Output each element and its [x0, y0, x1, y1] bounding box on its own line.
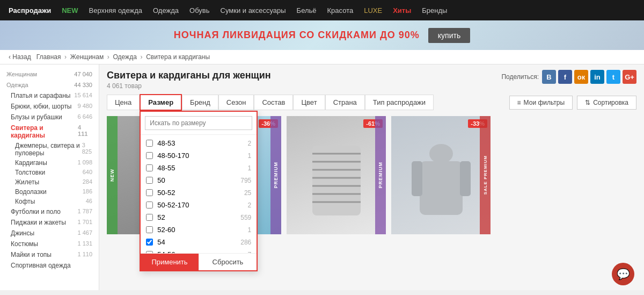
breadcrumb-current: Свитера и кардиганы: [146, 53, 210, 61]
size-item-3[interactable]: 50 795: [141, 174, 257, 186]
sidebar-item-turtlenecks[interactable]: Водолазки 186: [0, 187, 99, 197]
sidebar-item-tops[interactable]: Майки и топы 1 110: [0, 249, 99, 260]
sidebar-item-jumpers[interactable]: Джемперы, свитера и пуловеры 3 825: [0, 141, 99, 158]
sidebar-section-clothes[interactable]: Одежда 44 330: [0, 80, 99, 90]
my-filters-button[interactable]: ≡ Мои фильтры: [509, 96, 573, 110]
size-item-6[interactable]: 52 559: [141, 211, 257, 224]
banner-buy-button[interactable]: купить: [428, 28, 470, 43]
size-checkbox-1[interactable]: [146, 152, 153, 159]
nav-item-beauty[interactable]: Красота: [327, 6, 354, 15]
nav-item-new[interactable]: NEW: [62, 6, 78, 15]
size-item-2[interactable]: 48-55 1: [141, 162, 257, 174]
social-linkedin[interactable]: in: [590, 70, 604, 84]
nav-item-hits[interactable]: Хиты: [393, 6, 411, 15]
filter-tab-price[interactable]: Цена: [107, 95, 140, 110]
size-checkbox-5[interactable]: [146, 202, 153, 208]
filter-tab-country[interactable]: Страна: [325, 95, 365, 110]
sort-button[interactable]: ⇅ Сортировка: [577, 96, 636, 110]
social-icons: В f ок in t G+: [542, 70, 636, 84]
main-layout: Женщинам 47 040 Одежда 44 330 Платья и с…: [0, 64, 644, 290]
dropdown-actions: Применить Сбросить: [141, 253, 257, 270]
filter-right-actions: ≡ Мои фильтры ⇅ Сортировка: [509, 96, 636, 110]
nav-item-clothes[interactable]: Одежда: [153, 6, 179, 15]
sidebar-item-pants[interactable]: Брюки, юбки, шорты 9 480: [0, 101, 99, 112]
breadcrumb-back[interactable]: ‹ Назад: [9, 53, 31, 61]
filter-tab-season[interactable]: Сезон: [218, 95, 254, 110]
size-item-9[interactable]: 54-56 7: [141, 248, 257, 253]
nav-item-bags[interactable]: Сумки и аксессуары: [221, 6, 286, 15]
breadcrumb: ‹ Назад Главная › Женщинам › Одежда › Св…: [0, 50, 644, 64]
size-item-8[interactable]: 54 286: [141, 236, 257, 248]
social-facebook[interactable]: f: [558, 70, 572, 84]
filter-icon: ≡: [517, 99, 521, 106]
sidebar-item-jackets[interactable]: Пиджаки и жакеты 1 701: [0, 217, 99, 228]
size-item-5[interactable]: 50-52-170 2: [141, 199, 257, 211]
size-checkbox-0[interactable]: [146, 140, 153, 147]
svg-point-15: [429, 144, 453, 163]
filter-size-wrapper: Размер 48-53 2 48-50-170: [140, 94, 182, 111]
banner-text: НОЧНАЯ ЛИКВИДАЦИЯ СО СКИДКАМИ ДО 90%: [174, 30, 420, 41]
nav-item-underwear[interactable]: Бельё: [297, 6, 317, 15]
social-ok[interactable]: ок: [574, 70, 588, 84]
sidebar-item-jeans[interactable]: Джинсы 1 467: [0, 228, 99, 239]
page-title: Свитера и кардиганы для женщин: [107, 70, 271, 81]
reset-size-button[interactable]: Сбросить: [199, 254, 257, 270]
nav-item-sale[interactable]: Распродажи: [9, 6, 51, 15]
size-checkbox-4[interactable]: [146, 189, 153, 196]
nav-item-luxe[interactable]: LUXE: [364, 6, 382, 15]
size-checkbox-3[interactable]: [146, 177, 153, 184]
size-checkbox-2[interactable]: [146, 164, 153, 171]
product-card-3[interactable]: -33% SALE PREMIUM: [391, 116, 491, 234]
content-area: Свитера и кардиганы для женщин 4 061 тов…: [99, 64, 644, 290]
filter-tab-brand[interactable]: Бренд: [182, 95, 218, 110]
sidebar-item-vests[interactable]: Жилеты 284: [0, 177, 99, 187]
product-label-premium-2: PREMIUM: [375, 116, 386, 234]
nav-item-brands[interactable]: Бренды: [422, 6, 447, 15]
content-header: Свитера и кардиганы для женщин 4 061 тов…: [107, 70, 636, 90]
social-vk[interactable]: В: [542, 70, 556, 84]
sidebar-item-sportswear[interactable]: Спортивная одежда: [0, 260, 99, 271]
sidebar-item-hoodies[interactable]: Толстовки 640: [0, 168, 99, 177]
product-image-3: -33% SALE PREMIUM: [391, 116, 491, 234]
promo-banner: НОЧНАЯ ЛИКВИДАЦИЯ СО СКИДКАМИ ДО 90% куп…: [0, 20, 644, 50]
size-item-4[interactable]: 50-52 25: [141, 186, 257, 199]
product-card-2[interactable]: -61% PREMIUM: [287, 116, 386, 234]
breadcrumb-women[interactable]: Женщинам: [70, 53, 104, 61]
filter-tab-sale-type[interactable]: Тип распродажи: [365, 95, 434, 110]
sidebar-item-cardigans[interactable]: Кардиганы 1 098: [0, 158, 99, 168]
size-item-0[interactable]: 48-53 2: [141, 137, 257, 149]
size-item-1[interactable]: 48-50-170 1: [141, 149, 257, 162]
sidebar-item-suits[interactable]: Костюмы 1 131: [0, 239, 99, 249]
product-label-sale-3: SALE PREMIUM: [480, 116, 491, 234]
svg-rect-17: [412, 161, 422, 196]
size-checkbox-6[interactable]: [146, 214, 153, 221]
size-checkbox-9[interactable]: [146, 251, 153, 253]
size-dropdown: 48-53 2 48-50-170 1 48-55 1: [140, 111, 258, 271]
breadcrumb-clothes[interactable]: Одежда: [113, 53, 137, 61]
social-twitter[interactable]: t: [606, 70, 620, 84]
chat-bubble[interactable]: 💬: [612, 263, 634, 285]
apply-size-button[interactable]: Применить: [141, 254, 199, 270]
product-label-premium-1: PREMIUM: [270, 116, 281, 234]
social-google-plus[interactable]: G+: [623, 70, 636, 84]
filter-tab-color[interactable]: Цвет: [293, 95, 325, 110]
sidebar-item-kofty[interactable]: Кофты 46: [0, 197, 99, 206]
sidebar-item-dresses[interactable]: Платья и сарафаны 15 614: [0, 90, 99, 101]
size-checkbox-7[interactable]: [146, 226, 153, 233]
sidebar-item-sweaters[interactable]: Свитера и кардиганы 4 111: [0, 123, 99, 141]
nav-item-outer-wear[interactable]: Верхняя одежда: [89, 6, 142, 15]
sidebar-item-blouses[interactable]: Блузы и рубашки 6 646: [0, 112, 99, 123]
sidebar: Женщинам 47 040 Одежда 44 330 Платья и с…: [0, 64, 99, 290]
nav-item-shoes[interactable]: Обувь: [189, 6, 209, 15]
product-label-new-0: NEW: [107, 116, 118, 234]
breadcrumb-home[interactable]: Главная: [36, 53, 61, 61]
product-image-2: -61% PREMIUM: [287, 116, 386, 234]
sidebar-item-polo[interactable]: Футболки и поло 1 787: [0, 206, 99, 217]
size-checkbox-8[interactable]: [146, 239, 153, 246]
filter-tab-composition[interactable]: Состав: [254, 95, 293, 110]
size-search-input[interactable]: [145, 116, 252, 130]
top-navigation: Распродажи NEW Верхняя одежда Одежда Обу…: [0, 0, 644, 20]
filter-tab-size[interactable]: Размер: [140, 94, 182, 111]
sidebar-section-women[interactable]: Женщинам 47 040: [0, 69, 99, 80]
size-item-7[interactable]: 52-60 1: [141, 224, 257, 236]
